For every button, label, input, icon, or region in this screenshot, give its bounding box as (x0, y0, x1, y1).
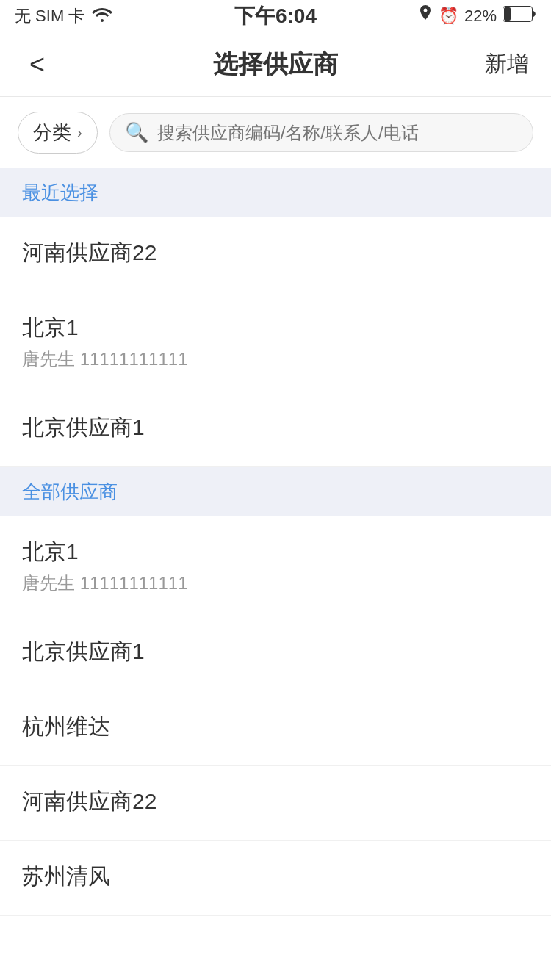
list-item[interactable]: 北京1唐先生 11111111111 (0, 516, 551, 616)
list-item[interactable]: 河南供应商22 (0, 217, 551, 292)
svg-rect-1 (504, 7, 511, 21)
item-name: 河南供应商22 (22, 238, 529, 268)
battery-icon (503, 6, 536, 26)
list-item[interactable]: 河南供应商22 (0, 766, 551, 841)
section-header-all: 全部供应商 (0, 467, 551, 516)
alarm-icon: ⏰ (439, 7, 458, 26)
item-name: 苏州清风 (22, 862, 529, 892)
item-name: 北京供应商1 (22, 413, 529, 443)
nav-bar: < 选择供应商 新增 (0, 32, 551, 97)
battery-text: 22% (464, 7, 497, 26)
chevron-right-icon: › (77, 124, 82, 141)
section-title-recent: 最近选择 (22, 181, 98, 203)
list-container: 最近选择河南供应商22北京1唐先生 11111111111北京供应商1全部供应商… (0, 168, 551, 916)
page-title: 选择供应商 (213, 48, 338, 82)
category-filter[interactable]: 分类 › (18, 112, 98, 154)
status-left: 无 SIM 卡 (15, 5, 112, 27)
item-sub: 唐先生 11111111111 (22, 347, 529, 371)
search-input[interactable] (157, 123, 518, 143)
search-box[interactable]: 🔍 (109, 113, 533, 152)
list-item[interactable]: 苏州清风 (0, 841, 551, 916)
back-button[interactable]: < (22, 42, 52, 87)
item-name: 杭州维达 (22, 712, 529, 742)
status-right: ⏰ 22% (418, 5, 536, 27)
item-name: 北京1 (22, 313, 529, 343)
status-time: 下午6:04 (234, 2, 317, 30)
add-button[interactable]: 新增 (485, 49, 529, 79)
list-item[interactable]: 杭州维达 (0, 691, 551, 766)
item-name: 河南供应商22 (22, 787, 529, 817)
item-name: 北京1 (22, 537, 529, 567)
filter-bar: 分类 › 🔍 (0, 97, 551, 168)
location-icon (418, 5, 433, 27)
list-item[interactable]: 北京1唐先生 11111111111 (0, 292, 551, 392)
section-title-all: 全部供应商 (22, 480, 118, 502)
carrier-text: 无 SIM 卡 (15, 5, 84, 27)
section-header-recent: 最近选择 (0, 168, 551, 217)
list-item[interactable]: 北京供应商1 (0, 616, 551, 691)
item-name: 北京供应商1 (22, 637, 529, 667)
category-label: 分类 (33, 120, 71, 145)
search-icon: 🔍 (125, 121, 148, 144)
list-item[interactable]: 北京供应商1 (0, 392, 551, 467)
wifi-icon (92, 6, 112, 26)
status-bar: 无 SIM 卡 下午6:04 ⏰ 22% (0, 0, 551, 32)
item-sub: 唐先生 11111111111 (22, 572, 529, 595)
